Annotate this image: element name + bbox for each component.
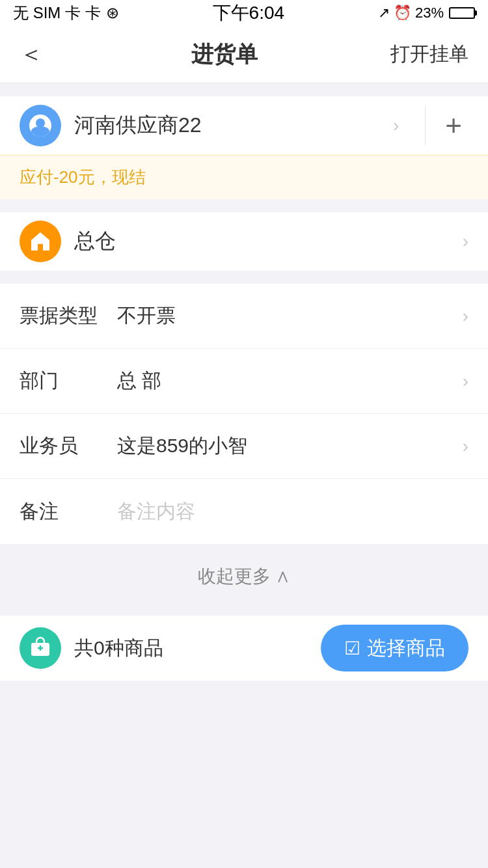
select-product-button[interactable]: ☑ 选择商品 bbox=[321, 625, 468, 671]
warehouse-row[interactable]: 总仓 › bbox=[0, 212, 488, 271]
wifi-icon: ⊛ bbox=[106, 4, 119, 22]
invoice-type-value: 不开票 bbox=[117, 303, 456, 329]
salesperson-label: 业务员 bbox=[20, 433, 104, 459]
status-left: 无 SIM 卡 卡 ⊛ bbox=[13, 3, 119, 23]
collapse-text: 收起更多 ∧ bbox=[198, 564, 291, 589]
warehouse-chevron-icon: › bbox=[463, 231, 468, 252]
add-supplier-button[interactable]: + bbox=[439, 109, 468, 142]
remark-label: 备注 bbox=[20, 498, 104, 525]
supplier-name: 河南供应商22 bbox=[74, 111, 393, 140]
gap-1 bbox=[0, 83, 488, 96]
salesperson-row[interactable]: 业务员 这是859的小智 › bbox=[0, 414, 488, 479]
product-icon-wrap bbox=[20, 627, 61, 669]
alarm-icon: ⏰ bbox=[394, 5, 411, 21]
battery-bar bbox=[449, 7, 475, 19]
status-time: 下午6:04 bbox=[213, 1, 285, 25]
notice-bar: 应付-20元，现结 bbox=[0, 155, 488, 199]
product-count-text: 共0种商品 bbox=[74, 635, 163, 662]
select-product-label: 选择商品 bbox=[367, 635, 445, 662]
salesperson-value: 这是859的小智 bbox=[117, 433, 456, 459]
invoice-type-label: 票据类型 bbox=[20, 303, 104, 329]
supplier-avatar bbox=[20, 105, 61, 146]
supplier-card: 河南供应商22 › + 应付-20元，现结 bbox=[0, 96, 488, 199]
department-label: 部门 bbox=[20, 368, 104, 394]
bottom-bar: 共0种商品 ☑ 选择商品 bbox=[0, 616, 488, 681]
warehouse-icon-wrap bbox=[20, 221, 61, 262]
invoice-type-chevron-icon: › bbox=[463, 306, 468, 327]
page-title: 进货单 bbox=[191, 40, 258, 70]
sim-label: 无 SIM 卡 卡 bbox=[13, 3, 101, 23]
department-chevron-icon: › bbox=[463, 371, 468, 392]
divider bbox=[425, 106, 426, 145]
warehouse-icon bbox=[29, 230, 52, 253]
collapse-bar[interactable]: 收起更多 ∧ bbox=[0, 550, 488, 603]
supplier-chevron-icon: › bbox=[393, 115, 399, 136]
location-icon: ↗ bbox=[378, 5, 390, 21]
invoice-type-row[interactable]: 票据类型 不开票 › bbox=[0, 284, 488, 349]
page-background bbox=[0, 681, 488, 868]
notice-text: 应付-20元，现结 bbox=[20, 167, 146, 187]
product-count-area: 共0种商品 bbox=[20, 627, 321, 669]
back-button[interactable]: ＜ bbox=[20, 38, 59, 70]
battery-label: 23% bbox=[415, 5, 444, 21]
warehouse-name: 总仓 bbox=[74, 227, 456, 256]
status-right: ↗ ⏰ 23% bbox=[378, 5, 475, 21]
salesperson-chevron-icon: › bbox=[463, 436, 468, 457]
open-pending-button[interactable]: 打开挂单 bbox=[390, 41, 468, 68]
status-bar: 无 SIM 卡 卡 ⊛ 下午6:04 ↗ ⏰ 23% bbox=[0, 0, 488, 26]
supplier-row[interactable]: 河南供应商22 › + bbox=[0, 96, 488, 155]
department-row[interactable]: 部门 总 部 › bbox=[0, 349, 488, 414]
product-icon bbox=[29, 636, 52, 660]
select-product-icon: ☑ bbox=[344, 638, 360, 659]
nav-bar: ＜ 进货单 打开挂单 bbox=[0, 26, 488, 83]
form-section: 票据类型 不开票 › 部门 总 部 › 业务员 这是859的小智 › 备注 备注… bbox=[0, 284, 488, 544]
remark-placeholder[interactable]: 备注内容 bbox=[117, 498, 468, 525]
department-value: 总 部 bbox=[117, 368, 456, 394]
avatar-person-icon bbox=[29, 115, 51, 137]
remark-row[interactable]: 备注 备注内容 bbox=[0, 479, 488, 544]
